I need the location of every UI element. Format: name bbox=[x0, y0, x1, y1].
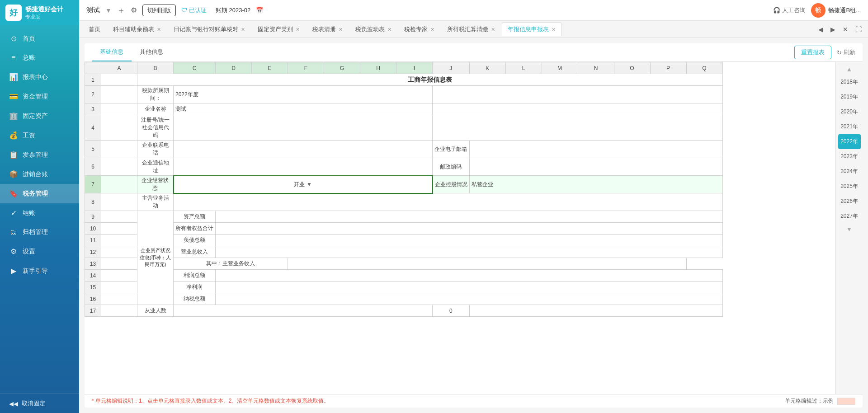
cell-11a[interactable] bbox=[101, 235, 137, 246]
col-header-f[interactable]: F bbox=[288, 62, 324, 74]
user-menu[interactable]: 畅 畅捷通B组... bbox=[811, 3, 861, 18]
year-item-2027[interactable]: 2027年 bbox=[838, 209, 861, 224]
cell-6c[interactable] bbox=[174, 158, 433, 176]
cell-9c[interactable]: 资产总额 bbox=[174, 211, 216, 223]
sidebar-item-capital[interactable]: 💳 资金管理 bbox=[0, 87, 79, 106]
col-header-n[interactable]: N bbox=[578, 62, 614, 74]
cell-7k[interactable]: 私营企业 bbox=[469, 176, 722, 193]
cell-8c[interactable] bbox=[174, 193, 723, 211]
col-header-e[interactable]: E bbox=[252, 62, 288, 74]
cell-8a[interactable] bbox=[101, 193, 137, 211]
cell-14d[interactable] bbox=[216, 270, 723, 282]
tab-close-tax-table[interactable]: ✕ bbox=[339, 27, 343, 33]
tab-home[interactable]: 首页 bbox=[83, 22, 106, 36]
cell-1b-title[interactable]: 工商年报信息表 bbox=[137, 74, 723, 86]
tab-close-income-tax[interactable]: ✕ bbox=[491, 27, 495, 33]
cell-14a[interactable] bbox=[101, 270, 137, 282]
cell-16d[interactable] bbox=[216, 293, 723, 305]
tab-journal-bank[interactable]: 日记账与银行对账单核对 ✕ bbox=[168, 22, 251, 36]
year-item-2024[interactable]: 2024年 bbox=[838, 164, 861, 179]
cell-5b[interactable]: 企业联系电话 bbox=[137, 141, 174, 158]
cell-6j[interactable]: 邮政编码 bbox=[433, 158, 470, 176]
tab-close-journal-bank[interactable]: ✕ bbox=[241, 27, 245, 33]
cell-6b[interactable]: 企业通信地址 bbox=[137, 158, 174, 176]
tab-close-fixed-type[interactable]: ✕ bbox=[296, 27, 300, 33]
cell-2j[interactable] bbox=[433, 86, 723, 103]
tab-close-annual-report[interactable]: ✕ bbox=[552, 27, 556, 33]
cell-4j[interactable] bbox=[433, 115, 723, 141]
calendar-icon[interactable]: 📅 bbox=[256, 7, 263, 14]
cell-2a[interactable] bbox=[101, 86, 137, 103]
topbar-gear-icon[interactable]: ⚙ bbox=[131, 6, 137, 14]
sidebar-item-tax[interactable]: 🔖 税务管理 bbox=[0, 184, 79, 203]
col-header-k[interactable]: K bbox=[469, 62, 505, 74]
tab-close-tax-wave[interactable]: ✕ bbox=[387, 27, 392, 33]
cell-10a[interactable] bbox=[101, 223, 137, 235]
sidebar-item-home[interactable]: ⊙ 首页 bbox=[0, 29, 79, 48]
cell-9a[interactable] bbox=[101, 211, 137, 223]
tab-tax-table[interactable]: 税表清册 ✕ bbox=[307, 22, 349, 36]
cell-7a[interactable] bbox=[101, 176, 137, 193]
sidebar-item-fixed-assets[interactable]: 🏢 固定资产 bbox=[0, 106, 79, 126]
year-item-2021[interactable]: 2021年 bbox=[838, 119, 861, 134]
tab-expand-button[interactable]: ⛶ bbox=[853, 25, 864, 34]
year-scroll-up-button[interactable]: ▲ bbox=[844, 64, 854, 75]
cell-4c[interactable] bbox=[174, 115, 433, 141]
cell-3c[interactable]: 测试 bbox=[174, 103, 433, 115]
refresh-button[interactable]: ↻ 刷新 bbox=[837, 48, 855, 56]
cell-4b[interactable]: 注册号/统一社会信用代码 bbox=[137, 115, 174, 141]
year-item-2025[interactable]: 2025年 bbox=[838, 179, 861, 194]
tab-annual-report[interactable]: 年报信息申报表 ✕ bbox=[502, 22, 561, 36]
tab-close-aux-balance[interactable]: ✕ bbox=[157, 27, 161, 33]
cell-6a[interactable] bbox=[101, 158, 137, 176]
cell-2c[interactable]: 2022年度 bbox=[174, 86, 433, 103]
cell-17k[interactable] bbox=[469, 305, 722, 317]
cell-3a[interactable] bbox=[101, 103, 137, 115]
col-header-a[interactable]: A bbox=[101, 62, 137, 74]
col-header-b[interactable]: B bbox=[137, 62, 174, 74]
tab-close-all-button[interactable]: ✕ bbox=[840, 25, 851, 34]
topbar-dropdown-arrow[interactable]: ▼ bbox=[105, 7, 112, 14]
year-item-2023[interactable]: 2023年 bbox=[838, 149, 861, 164]
cell-17a[interactable] bbox=[101, 305, 137, 317]
col-header-m[interactable]: M bbox=[542, 62, 578, 74]
tab-next-button[interactable]: ▶ bbox=[828, 25, 838, 34]
reset-report-button[interactable]: 重置报表 bbox=[794, 46, 831, 59]
cell-7b[interactable]: 企业经营状态 bbox=[137, 176, 174, 193]
sidebar-item-settlement[interactable]: ✓ 结账 bbox=[0, 203, 79, 223]
cell-9d[interactable] bbox=[216, 211, 723, 223]
cell-11c[interactable]: 负债总额 bbox=[174, 235, 216, 246]
cell-17j[interactable]: 0 bbox=[433, 305, 470, 317]
col-header-i[interactable]: I bbox=[396, 62, 433, 74]
sidebar-unpin-button[interactable]: ◀◀ 取消固定 bbox=[0, 394, 79, 413]
col-header-g[interactable]: G bbox=[324, 62, 360, 74]
sidebar-item-payroll[interactable]: 💰 工资 bbox=[0, 126, 79, 145]
cell-5k[interactable] bbox=[469, 141, 722, 158]
col-header-d[interactable]: D bbox=[216, 62, 252, 74]
cell-7c-dropdown[interactable]: 开业 ▼ bbox=[174, 176, 433, 193]
cell-10c[interactable]: 所有者权益合计 bbox=[174, 223, 216, 235]
year-item-2018[interactable]: 2018年 bbox=[838, 75, 861, 89]
cell-15d[interactable] bbox=[216, 282, 723, 293]
sidebar-item-settings[interactable]: ⚙ 设置 bbox=[0, 242, 79, 261]
tab-close-tax-expert[interactable]: ✕ bbox=[430, 27, 434, 33]
sidebar-item-general-ledger[interactable]: ≡ 总账 bbox=[0, 48, 79, 67]
cell-14c[interactable]: 利润总额 bbox=[174, 270, 216, 282]
service-button[interactable]: 🎧 人工咨询 bbox=[773, 6, 806, 14]
col-header-q[interactable]: Q bbox=[686, 62, 722, 74]
cell-12d[interactable] bbox=[216, 246, 723, 258]
year-item-2019[interactable]: 2019年 bbox=[838, 89, 861, 104]
cell-15a[interactable] bbox=[101, 282, 137, 293]
cell-16c[interactable]: 纳税总额 bbox=[174, 293, 216, 305]
topbar-add-button[interactable]: ＋ bbox=[117, 5, 125, 16]
col-header-h[interactable]: H bbox=[360, 62, 396, 74]
cell-13g[interactable] bbox=[288, 258, 687, 270]
cell-15c[interactable]: 净利润 bbox=[174, 282, 216, 293]
tab-tax-wave[interactable]: 税负波动表 ✕ bbox=[349, 22, 397, 36]
cell-13d[interactable]: 其中：主营业务收入 bbox=[174, 258, 288, 270]
cell-2b[interactable]: 税款所属期间： bbox=[137, 86, 174, 103]
panel-tab-basic[interactable]: 基础信息 bbox=[92, 43, 132, 61]
panel-tab-other[interactable]: 其他信息 bbox=[132, 43, 171, 61]
cell-6k[interactable] bbox=[469, 158, 722, 176]
cell-5j[interactable]: 企业电子邮箱 bbox=[433, 141, 470, 158]
